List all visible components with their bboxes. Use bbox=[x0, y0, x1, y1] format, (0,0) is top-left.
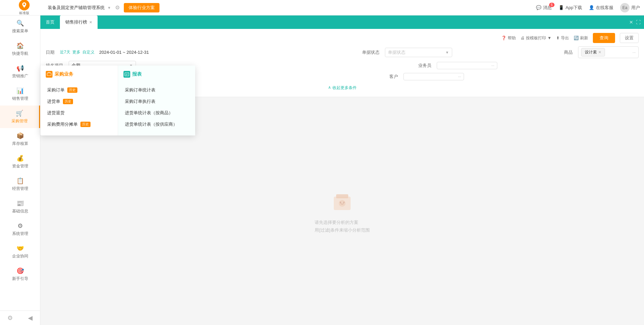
menu-item-goods-return[interactable]: 进货退货 bbox=[46, 107, 112, 119]
finance-icon: 💰 bbox=[16, 155, 24, 162]
customer-input[interactable]: ··· bbox=[403, 73, 464, 80]
sidebar-item-finance[interactable]: 💰 资金管理 bbox=[0, 151, 40, 173]
settings-button[interactable]: 设置 bbox=[620, 33, 639, 43]
menu-item-goods-receipt[interactable]: 进货单 历史 bbox=[46, 96, 112, 107]
sidebar-item-sales[interactable]: 📊 销售管理 bbox=[0, 83, 40, 106]
message-badge: 6 bbox=[549, 3, 554, 7]
date-shortcut-more[interactable]: 更多 bbox=[72, 49, 80, 55]
online-service-action[interactable]: 👤 在线客服 bbox=[589, 5, 613, 11]
sidebar-item-basic[interactable]: 📰 基础信息 bbox=[0, 196, 40, 218]
sidebar-item-label-guide: 新手引导 bbox=[12, 276, 28, 282]
help-action[interactable]: ❓ 帮助 bbox=[501, 35, 516, 41]
guide-icon: 🎯 bbox=[16, 267, 24, 275]
doc-status-select[interactable]: 单据状态 ▼ bbox=[385, 48, 452, 57]
svg-point-0 bbox=[24, 3, 25, 5]
refresh-label: 刷新 bbox=[580, 35, 588, 41]
refresh-action[interactable]: 🔄 刷新 bbox=[574, 35, 588, 41]
menu-item-purchase-order-exec-label: 采购订单执行表 bbox=[125, 98, 155, 105]
sidebar-item-inventory[interactable]: 📦 库存核算 bbox=[0, 128, 40, 151]
svg-rect-6 bbox=[47, 73, 51, 76]
app-download-label: App下载 bbox=[566, 5, 582, 11]
user-label: 用户 bbox=[631, 5, 640, 11]
export-action[interactable]: ⬆ 导出 bbox=[556, 35, 569, 41]
doc-status-select-value: 单据状态 bbox=[388, 49, 405, 55]
date-shortcut-custom[interactable]: 自定义 bbox=[82, 49, 95, 55]
sidebar-item-collab[interactable]: 🤝 企业协同 bbox=[0, 241, 40, 263]
goods-input[interactable]: 设计素 ✕ ··· bbox=[578, 46, 639, 58]
menu-item-goods-receipt-stat-goods-label: 进货单统计表（按商品） bbox=[125, 110, 173, 116]
customer-more-dots[interactable]: ··· bbox=[458, 75, 461, 79]
sidebar-item-label-inventory: 库存核算 bbox=[12, 141, 28, 147]
salesperson-input[interactable]: ··· bbox=[437, 62, 497, 69]
history-badge-purchase-expense: 历史 bbox=[80, 122, 91, 127]
tab-bar-maximize-icon[interactable]: ⛶ bbox=[636, 19, 641, 25]
goods-tag-close[interactable]: ✕ bbox=[598, 50, 601, 54]
date-range: 近7天 更多 自定义 2024-01-01 ~ 2024-12-31 bbox=[60, 49, 149, 55]
tab-close-icon[interactable]: ✕ bbox=[89, 20, 92, 25]
purchase-dropdown-menu: 采购业务 采购订单 历史 进货单 历史 进货退货 采购费用分摊单 历史 报表 bbox=[40, 66, 195, 135]
tab-home-label: 首页 bbox=[46, 19, 55, 25]
menu-item-purchase-order[interactable]: 采购订单 历史 bbox=[46, 84, 112, 96]
sidebar-item-guide[interactable]: 🎯 新手引导 bbox=[0, 263, 40, 286]
home-icon: 🏠 bbox=[16, 42, 24, 49]
bottom-collapse-icon[interactable]: ◀ bbox=[28, 314, 33, 322]
sidebar-item-marketing[interactable]: 📢 营销推广 bbox=[0, 60, 40, 83]
purchase-title-icon bbox=[46, 71, 52, 78]
sidebar-item-label-basic: 基础信息 bbox=[12, 208, 28, 214]
history-badge-purchase-order: 历史 bbox=[67, 87, 77, 93]
tab-bar-close-icon[interactable]: ✕ bbox=[629, 19, 633, 25]
user-action[interactable]: Ea 用户 bbox=[620, 3, 640, 12]
print-label: 按模板打印 bbox=[526, 35, 546, 41]
mobile-icon: 📱 bbox=[559, 5, 564, 10]
sidebar-item-label-marketing: 营销推广 bbox=[12, 73, 28, 79]
sidebar-item-search[interactable]: 🔍 搜索菜单 bbox=[0, 15, 40, 38]
goods-more-dots[interactable]: ··· bbox=[633, 50, 636, 54]
message-action[interactable]: 💬 消息 6 bbox=[536, 5, 552, 11]
print-icon: 🖨 bbox=[521, 36, 525, 40]
empty-line2: 用[过滤]条件来缩小分析范围 bbox=[315, 226, 369, 234]
menu-item-goods-receipt-stat-supplier[interactable]: 进货单统计表（按供应商） bbox=[123, 119, 190, 130]
tab-home[interactable]: 首页 bbox=[40, 15, 60, 29]
menu-item-goods-receipt-label: 进货单 bbox=[47, 98, 60, 105]
report-title-icon bbox=[123, 71, 130, 78]
bottom-settings-icon[interactable]: ⚙ bbox=[7, 314, 13, 322]
tab-sales-rank[interactable]: 销售排行榜 ✕ bbox=[60, 15, 98, 29]
menu-item-purchase-order-stat[interactable]: 采购订单统计表 bbox=[123, 84, 190, 96]
menu-item-goods-receipt-stat-goods[interactable]: 进货单统计表（按商品） bbox=[123, 107, 190, 119]
sidebar-item-label-collab: 企业协同 bbox=[12, 253, 28, 259]
empty-text: 请先选择要分析的方案 用[过滤]条件来缩小分析范围 bbox=[315, 218, 369, 234]
menu-item-goods-return-label: 进货退货 bbox=[47, 110, 65, 116]
refresh-icon: 🔄 bbox=[574, 36, 579, 40]
sidebar-item-system[interactable]: ⚙ 系统管理 bbox=[0, 218, 40, 241]
salesperson-more-dots[interactable]: ··· bbox=[491, 64, 494, 68]
sales-icon: 📊 bbox=[16, 87, 24, 94]
export-icon: ⬆ bbox=[556, 36, 560, 40]
report-section-title: 报表 bbox=[123, 71, 190, 80]
industry-button[interactable]: 体验行业方案 bbox=[124, 3, 159, 12]
collab-icon: 🤝 bbox=[16, 245, 24, 252]
sidebar-item-nav[interactable]: 🏠 快捷导航 bbox=[0, 38, 40, 60]
menu-item-purchase-order-exec[interactable]: 采购订单执行表 bbox=[123, 96, 190, 107]
report-section: 报表 采购订单统计表 采购订单执行表 进货单统计表（按商品） 进货单统计表（按供… bbox=[118, 66, 195, 135]
menu-item-purchase-expense[interactable]: 采购费用分摊单 历史 bbox=[46, 119, 112, 130]
sidebar-item-purchase[interactable]: 🛒 采购管理 bbox=[0, 106, 40, 128]
basic-icon: 📰 bbox=[16, 200, 24, 207]
collapse-text: 收起更多条件 bbox=[332, 85, 357, 91]
query-button[interactable]: 查询 bbox=[593, 33, 615, 43]
filter-row-1: 日期 近7天 更多 自定义 2024-01-01 ~ 2024-12-31 单据… bbox=[46, 46, 639, 58]
print-action[interactable]: 🖨 按模板打印 ▼ bbox=[521, 35, 551, 41]
user-avatar: Ea bbox=[620, 3, 630, 12]
svg-rect-7 bbox=[125, 73, 129, 76]
help-icon: ❓ bbox=[501, 36, 506, 40]
logo-area: 标准版 bbox=[4, 0, 44, 15]
header-settings-icon[interactable]: ⚙ bbox=[115, 4, 120, 11]
doc-status-dropdown-icon: ▼ bbox=[445, 50, 449, 54]
menu-item-goods-receipt-stat-supplier-label: 进货单统计表（按供应商） bbox=[125, 121, 177, 127]
sidebar-item-operation[interactable]: 📋 经营管理 bbox=[0, 173, 40, 196]
date-shortcut-7d[interactable]: 近7天 bbox=[60, 49, 70, 55]
menu-item-purchase-order-stat-label: 采购订单统计表 bbox=[125, 87, 155, 93]
menu-item-purchase-expense-label: 采购费用分摊单 bbox=[47, 121, 78, 127]
sidebar-item-label-system: 系统管理 bbox=[12, 231, 28, 237]
title-dropdown-icon[interactable]: ▼ bbox=[107, 6, 111, 10]
app-download-action[interactable]: 📱 App下载 bbox=[559, 5, 582, 11]
